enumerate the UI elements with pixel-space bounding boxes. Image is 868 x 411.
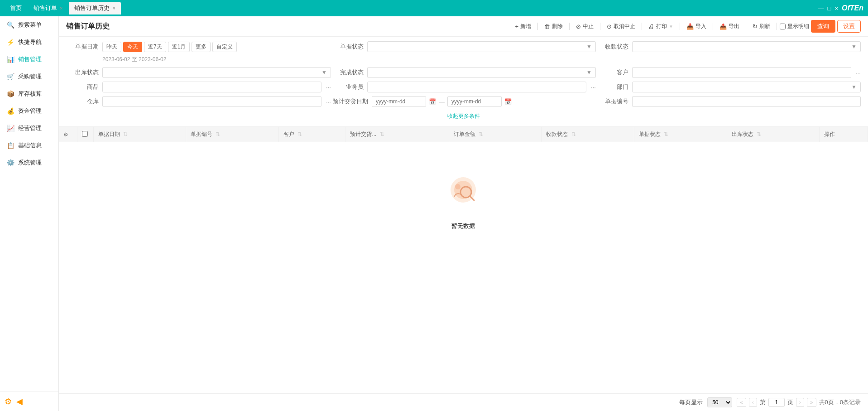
sidebar-settings-icon[interactable]: ⚙ [5, 396, 12, 406]
th-expected-date-sort[interactable]: ⇅ [380, 131, 384, 137]
receipt-status-select[interactable]: ▼ [632, 41, 861, 52]
nav-prev-button[interactable]: ‹ [749, 398, 757, 407]
show-detail-checkbox[interactable] [780, 24, 786, 29]
warehouse-input[interactable] [102, 96, 321, 107]
sidebar-bottom: ⚙ ◀ [0, 392, 58, 411]
tab-sales-order-history[interactable]: 销售订单历史 × [69, 2, 120, 15]
settings-button[interactable]: 设置 [837, 20, 861, 33]
sidebar-item-finance-label: 资金管理 [18, 107, 42, 115]
customer-dots[interactable]: ··· [856, 69, 861, 76]
empty-cell: 暂无数据 [59, 142, 868, 258]
per-page-select[interactable]: 50 20 100 [707, 397, 732, 407]
delete-button[interactable]: 🗑 删除 [541, 21, 566, 32]
th-bill-no-sort[interactable]: ⇅ [216, 131, 220, 137]
sidebar-item-system-label: 系统管理 [18, 159, 42, 167]
date-btn-7days[interactable]: 近7天 [144, 42, 166, 52]
sidebar-item-sales-mgmt-label: 销售管理 [18, 55, 42, 63]
footer: 每页显示 50 20 100 « ‹ 第 页 › » 共0页，0条记录 [59, 393, 868, 411]
date-to-input[interactable] [447, 96, 502, 107]
bill-no-input[interactable] [632, 96, 861, 107]
bill-status-label: 单据状态 [331, 43, 367, 51]
th-date-sort[interactable]: ⇅ [123, 131, 128, 137]
complete-status-select[interactable]: ▼ [367, 67, 596, 78]
stop-button[interactable]: ⊘ 中止 [572, 21, 597, 32]
collapse-button[interactable]: 收起更多条件 [447, 113, 480, 119]
receipt-status-label: 收款状态 [596, 43, 632, 51]
nav-first-button[interactable]: « [737, 398, 746, 407]
system-icon: ⚙️ [6, 159, 14, 167]
window-minimize[interactable]: — [818, 5, 824, 12]
th-amount-sort[interactable]: ⇅ [479, 131, 483, 137]
product-control: ··· [102, 82, 331, 92]
th-operations-label: 操作 [824, 131, 835, 137]
date-btn-more[interactable]: 更多 [192, 42, 211, 52]
sidebar-item-system[interactable]: ⚙️ 系统管理 [0, 154, 58, 171]
salesperson-dots[interactable]: ··· [591, 84, 596, 91]
divider-7 [746, 23, 746, 30]
sidebar-collapse-icon[interactable]: ◀ [16, 396, 23, 406]
show-detail-label: 显示明细 [787, 23, 809, 30]
add-button[interactable]: + 新增 [512, 21, 535, 32]
sidebar-item-purchase-mgmt-label: 采购管理 [18, 73, 42, 81]
query-button[interactable]: 查询 [811, 20, 835, 33]
select-all-checkbox[interactable] [82, 131, 88, 137]
th-bill-status-sort[interactable]: ⇅ [664, 131, 668, 137]
th-out-status-sort[interactable]: ⇅ [757, 131, 761, 137]
sidebar-item-search-menu[interactable]: 🔍 搜索菜单 [0, 16, 58, 34]
out-status-select[interactable]: ▼ [102, 67, 331, 78]
nav-next-button[interactable]: › [796, 398, 804, 407]
window-maximize[interactable]: □ [828, 5, 831, 12]
sidebar-item-inventory-label: 库存核算 [18, 90, 42, 98]
sidebar-item-quick-nav[interactable]: ⚡ 快捷导航 [0, 34, 58, 51]
date-btn-today[interactable]: 今天 [123, 42, 142, 52]
tab-sales-order-close[interactable]: × [60, 5, 62, 11]
date-btn-custom[interactable]: 自定义 [212, 42, 237, 52]
salesperson-input[interactable] [367, 82, 586, 92]
sidebar-item-finance[interactable]: 💰 资金管理 [0, 102, 58, 120]
import-button[interactable]: 📥 导入 [683, 21, 710, 32]
warehouse-control: ··· [102, 96, 331, 107]
sidebar-item-operations[interactable]: 📈 经营管理 [0, 120, 58, 137]
tab-sales-order-history-close[interactable]: × [112, 5, 115, 11]
date-from-input[interactable] [372, 96, 426, 107]
cancel-stop-button[interactable]: ⊙ 取消中止 [603, 21, 639, 32]
nav-last-button[interactable]: » [807, 398, 816, 407]
tab-home[interactable]: 首页 [5, 2, 27, 15]
th-settings[interactable]: ⚙ [59, 127, 77, 142]
settings-gear-icon[interactable]: ⚙ [63, 131, 68, 138]
th-receipt-status-sort[interactable]: ⇅ [571, 131, 576, 137]
operations-icon: 📈 [6, 124, 14, 132]
department-select[interactable]: ▼ [632, 82, 861, 92]
date-btn-1month[interactable]: 近1月 [168, 42, 190, 52]
export-button[interactable]: 📤 导出 [716, 21, 743, 32]
department-label: 部门 [596, 83, 632, 91]
sidebar-item-quick-nav-label: 快捷导航 [18, 38, 42, 46]
warehouse-dots[interactable]: ··· [326, 98, 331, 105]
print-button[interactable]: 🖨 打印 ▼ [645, 21, 677, 32]
show-detail-checkbox-label[interactable]: 显示明细 [780, 23, 809, 30]
page-input[interactable] [768, 398, 785, 407]
refresh-button[interactable]: ↻ 刷新 [749, 21, 774, 32]
sidebar-item-purchase-mgmt[interactable]: 🛒 采购管理 [0, 68, 58, 85]
th-checkbox[interactable] [77, 127, 93, 142]
cancel-stop-label: 取消中止 [614, 23, 635, 30]
th-amount: 订单金额 ⇅ [449, 127, 542, 142]
window-close[interactable]: × [834, 5, 838, 12]
sidebar-item-basic-info[interactable]: 📋 基础信息 [0, 137, 58, 154]
th-amount-label: 订单金额 [454, 131, 475, 137]
sidebar-item-sales-mgmt[interactable]: 📊 销售管理 [0, 51, 58, 68]
product-input[interactable] [102, 82, 321, 92]
th-customer-sort[interactable]: ⇅ [297, 131, 302, 137]
tab-sales-order[interactable]: 销售订单 × [28, 2, 68, 15]
bill-status-select[interactable]: ▼ [367, 41, 596, 52]
sidebar-item-inventory[interactable]: 📦 库存核算 [0, 85, 58, 102]
date-btn-yesterday[interactable]: 昨天 [102, 42, 121, 52]
customer-input[interactable] [632, 67, 851, 78]
product-dots[interactable]: ··· [326, 84, 331, 91]
inventory-icon: 📦 [6, 90, 14, 98]
department-arrow: ▼ [851, 84, 857, 90]
bill-status-arrow: ▼ [586, 44, 592, 50]
content-area: 销售订单历史 + 新增 🗑 删除 ⊘ 中止 ⊙ [59, 16, 868, 411]
print-dropdown-icon[interactable]: ▼ [669, 24, 673, 29]
date-range-row: 2023-06-02 至 2023-06-02 [66, 56, 861, 63]
